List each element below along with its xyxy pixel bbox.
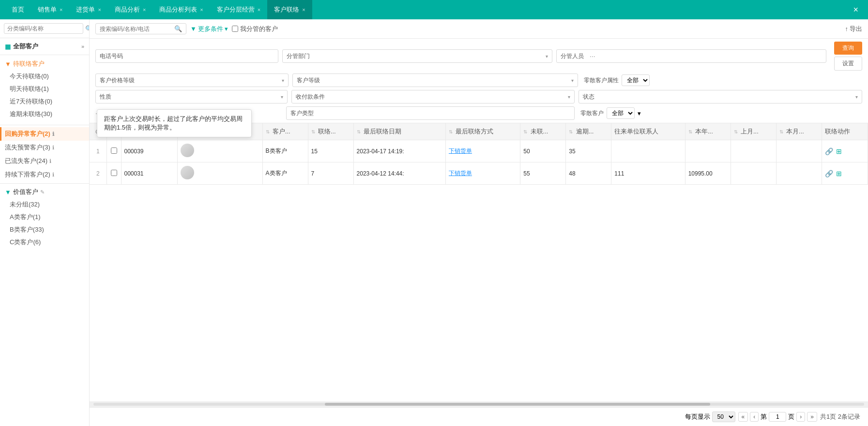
prev-page-btn[interactable]: ‹ [750, 412, 759, 422]
col-overdue[interactable]: 逾期... [566, 123, 611, 140]
close-purchase-tab[interactable]: × [98, 7, 101, 13]
row2-link-icon[interactable]: 🔗 [825, 170, 833, 177]
phone-filter[interactable]: 电话号码 [95, 49, 278, 63]
col-customer-type[interactable]: 客户... [262, 123, 308, 140]
customer-type-filter[interactable]: 客户类型 [286, 106, 575, 120]
page-input[interactable] [769, 412, 786, 422]
per-page-selector: 每页显示 50 [685, 411, 735, 422]
sidebar-item-already-lost[interactable]: 已流失客户(24) ℹ [0, 154, 89, 168]
first-page-btn[interactable]: « [738, 412, 748, 422]
nav-customer-contact[interactable]: 客户联络 × [267, 0, 312, 19]
row1-last-contact-date: 2023-04-17 14:19: [353, 140, 445, 162]
col-this-month[interactable]: 本月... [776, 123, 822, 140]
nav-purchase[interactable]: 进货单 × [69, 0, 107, 19]
sidebar-item-repurchase-abnormal[interactable]: 回购异常客户(2) ℹ [0, 127, 89, 141]
col-last-contact-date[interactable]: 最后联络日期 [353, 123, 445, 140]
close-product-analysis-tab[interactable]: × [143, 7, 146, 13]
nav-customer-segmentation[interactable]: 客户分层经营 × [210, 0, 267, 19]
query-button[interactable]: 查询 [834, 42, 862, 55]
next-page-btn[interactable]: › [796, 412, 805, 422]
nav-product-analysis[interactable]: 商品分析 × [108, 0, 152, 19]
sidebar-item-today[interactable]: 今天待联络(0) [0, 70, 89, 83]
row2-checkbox[interactable] [111, 170, 117, 176]
sidebar-item-lost-warning[interactable]: 流失预警客户(3) ℹ [0, 141, 89, 154]
row1-link-icon[interactable]: 🔗 [825, 147, 833, 155]
horizontal-scrollbar[interactable] [90, 401, 868, 407]
col-last-contact-method[interactable]: 最后联络方式 [445, 123, 520, 140]
filter-actions: 查询 设置 [834, 42, 862, 71]
col-contact[interactable]: 联络... [308, 123, 353, 140]
sidebar-item-class-a[interactable]: A类客户(1) [0, 211, 89, 223]
sidebar-item-declining[interactable]: 持续下滑客户(2) ℹ [0, 168, 89, 181]
retail-customer-select[interactable]: 全部 [607, 107, 635, 119]
manager-filter[interactable]: 分管人员 ··· [556, 49, 826, 63]
row1-action-icons: 🔗 ⊞ [825, 147, 865, 155]
my-customers-checkbox[interactable] [232, 26, 238, 32]
per-page-select[interactable]: 50 [712, 411, 735, 422]
collapse-sidebar-btn[interactable]: » [81, 44, 84, 49]
scrollbar-thumb[interactable] [325, 403, 710, 406]
retail-attr-select[interactable]: 全部 [622, 74, 650, 86]
more-conditions-btn[interactable]: ▼ 更多条件 ▾ [190, 25, 228, 33]
gender-label: 性质 [100, 93, 129, 101]
col-this-year[interactable]: 本年... [685, 123, 731, 140]
declining-info-icon: ℹ [52, 172, 54, 178]
gender-dropdown-icon: ▾ [281, 94, 283, 100]
pending-contact-group: ▼ 待联络客户 今天待联络(0) 明天待联络(1) 近7天待联络(0) 逾期未联… [0, 55, 89, 123]
row1-this-year [685, 140, 731, 162]
col-last-month[interactable]: 上月... [731, 123, 776, 140]
settings-button[interactable]: 设置 [834, 57, 862, 71]
scrollbar-track [93, 403, 864, 406]
row1-last-contact-method[interactable]: 下销货单 [445, 140, 520, 162]
customers-icon: ▦ [5, 43, 11, 50]
filter-row-1: 电话号码 分管部门 ▾ 分管人员 ··· 查询 设置 [95, 42, 862, 71]
row1-avatar [181, 144, 194, 157]
sidebar-item-ungrouped[interactable]: 未分组(32) [0, 198, 89, 211]
search-input[interactable] [100, 26, 172, 32]
status-filter[interactable]: 状态 ▾ [579, 90, 862, 103]
pending-group-title[interactable]: ▼ 待联络客户 [0, 58, 89, 70]
row1-grid-icon[interactable]: ⊞ [836, 147, 842, 155]
sidebar-item-class-b[interactable]: B类客户(33) [0, 223, 89, 236]
payment-filter[interactable]: 收付款条件 ▾ [291, 90, 575, 103]
dept-filter[interactable]: 分管部门 ▾ [282, 49, 552, 63]
nav-product-analysis-list[interactable]: 商品分析列表 × [152, 0, 210, 19]
row1-checkbox[interactable] [111, 147, 117, 154]
row2-grid-icon[interactable]: ⊞ [836, 170, 842, 177]
sidebar-search-input[interactable] [4, 23, 83, 34]
sidebar-divider-2 [0, 183, 89, 184]
retail-customer-dropdown-icon: ▾ [638, 110, 641, 117]
close-product-list-tab[interactable]: × [200, 7, 203, 13]
row2-index: 2 [90, 162, 107, 185]
value-group-title[interactable]: ▼ 价值客户 ✎ [0, 186, 89, 198]
row1-actions: 🔗 ⊞ [822, 140, 868, 162]
row1-uncontacted: 50 [520, 140, 566, 162]
gender-filter[interactable]: 性质 ▾ [95, 90, 288, 103]
page-navigation: « ‹ 第 页 › » [738, 412, 817, 422]
close-sales-tab[interactable]: × [60, 7, 62, 13]
row1-customer-code: 000039 [121, 140, 177, 162]
manager-ellipsis-btn[interactable]: ··· [590, 52, 595, 60]
row2-last-contact-method[interactable]: 下销货单 [445, 162, 520, 185]
price-level-filter[interactable]: 客户价格等级 ▾ [95, 73, 289, 87]
customer-level-filter[interactable]: 客户等级 ▾ [292, 73, 578, 87]
sidebar-item-7days[interactable]: 近7天待联络(0) [0, 95, 89, 108]
status-dropdown-icon: ▾ [855, 94, 858, 100]
row2-customer-type: A类客户 [262, 162, 308, 185]
value-group-edit-icon[interactable]: ✎ [40, 189, 45, 195]
close-segmentation-tab[interactable]: × [258, 7, 260, 13]
last-page-btn[interactable]: » [807, 412, 817, 422]
col-uncontacted[interactable]: 未联... [520, 123, 566, 140]
sidebar-item-class-c[interactable]: C类客户(6) [0, 236, 89, 249]
sidebar-item-overdue[interactable]: 逾期未联络(30) [0, 108, 89, 120]
search-icon[interactable]: 🔍 [174, 25, 182, 32]
window-close-button[interactable]: × [848, 5, 863, 15]
export-btn[interactable]: ↑ 导出 [845, 25, 863, 33]
close-contact-tab[interactable]: × [302, 7, 305, 13]
sidebar-item-tomorrow[interactable]: 明天待联络(1) [0, 83, 89, 95]
nav-home[interactable]: 首页 [5, 0, 31, 19]
sidebar-search-area: 🔍 [0, 19, 89, 38]
nav-sales[interactable]: 销售单 × [31, 0, 69, 19]
sidebar-search-icon[interactable]: 🔍 [85, 25, 90, 32]
payment-dropdown-icon: ▾ [568, 94, 570, 100]
